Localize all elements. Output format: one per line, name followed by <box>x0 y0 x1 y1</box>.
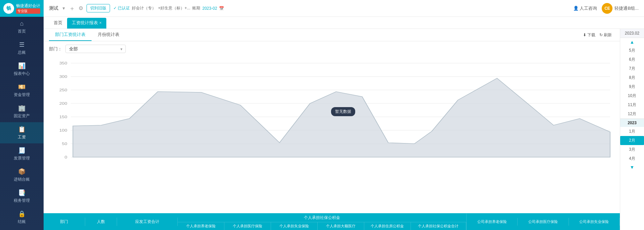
topbar-status: ✓ 已认证 好会计（专） +好生意（标）+... 账期 2023-02 📅 <box>113 5 224 11</box>
period-label: 账期 <box>192 5 200 11</box>
sidebar-item-reports[interactable]: 📊 报表中心 <box>0 59 44 80</box>
calendar-icon[interactable]: 📅 <box>219 6 224 11</box>
date-month-3-2023[interactable]: 3月 <box>620 145 644 154</box>
payroll-icon: 📋 <box>18 126 25 133</box>
topbar: 测试 ▼ ＋ ⚙ 切到旧版 ✓ 已认证 好会计（专） +好生意（标）+... 账… <box>44 0 644 17</box>
th-total-salary: 应发工资合计 <box>117 218 178 226</box>
download-icon: ⬇ <box>583 33 586 37</box>
assistant-link[interactable]: 👤 人工咨询 <box>573 5 597 11</box>
th-personal-major-medical: 个人承担大额医疗 <box>318 222 364 230</box>
sidebar-item-assets[interactable]: 🏢 固定资产 <box>0 101 44 122</box>
sidebar-item-payroll[interactable]: 📋 工资 <box>0 122 44 143</box>
sidebar-label-sales: 进销台账 <box>14 177 30 182</box>
date-month-4-2023[interactable]: 4月 <box>620 154 644 163</box>
tab-home-label: 首页 <box>54 20 62 26</box>
th-group-cols: 个人承担养老保险 个人承担医疗保险 个人承担失业保险 个人承担大额医疗 个人承担 <box>178 222 466 230</box>
sidebar-label-invoice: 发票管理 <box>14 155 30 161</box>
content-area: 部门工资统计表 月份统计表 ⬇ 下载 ↻ 刷新 <box>44 29 644 230</box>
date-panel-up-btn[interactable]: ▲ <box>620 38 644 46</box>
user-avatar: CE <box>602 3 612 14</box>
svg-text:300: 300 <box>59 75 67 79</box>
assets-icon: 🏢 <box>18 104 25 112</box>
date-panel-down-btn[interactable]: ▼ <box>620 163 644 171</box>
date-month-2-2023[interactable]: 2月 <box>620 136 644 145</box>
sidebar: 畅 畅捷通好会计 专业版 ⌂ 首页 ☰ 总账 📊 报表中心 💴 资金管理 🏢 固… <box>0 0 44 230</box>
sub-tab-dept-label: 部门工资统计表 <box>55 32 86 37</box>
svg-text:50: 50 <box>62 142 67 146</box>
sidebar-item-tax[interactable]: 📑 税务管理 <box>0 186 44 207</box>
tab-home[interactable]: 首页 <box>49 18 67 29</box>
chart-svg-wrap: 350 300 250 200 150 100 50 0 暂无 <box>49 60 614 167</box>
tab-payroll-report[interactable]: 工资统计报表 × <box>67 18 106 29</box>
sidebar-logo: 畅 畅捷通好会计 专业版 <box>0 0 44 17</box>
sidebar-item-archive[interactable]: 🗂 归档管理 <box>0 228 44 230</box>
period-value: 2023-02 <box>202 6 217 11</box>
svg-text:0: 0 <box>65 155 67 159</box>
logo-name: 畅捷通好会计 <box>16 3 40 9</box>
svg-text:150: 150 <box>59 115 67 119</box>
topbar-title: 测试 <box>49 5 58 11</box>
svg-text:200: 200 <box>59 101 67 106</box>
sidebar-label-home: 首页 <box>18 29 26 34</box>
date-month-11[interactable]: 11月 <box>620 100 644 109</box>
th-dept: 部门 <box>44 218 85 226</box>
topbar-gear-button[interactable]: ⚙ <box>78 5 83 11</box>
th-personal-pension: 个人承担养老保险 <box>178 222 224 230</box>
sidebar-item-funds[interactable]: 💴 资金管理 <box>0 80 44 101</box>
download-btn[interactable]: ⬇ 下载 <box>583 32 595 38</box>
sidebar-label-reports: 报表中心 <box>14 71 30 77</box>
topbar-add-button[interactable]: ＋ <box>69 4 75 12</box>
dept-filter-select[interactable]: 全部 销售部 财务部 技术部 人事部 <box>65 45 126 53</box>
refresh-btn[interactable]: ↻ 刷新 <box>599 32 612 38</box>
chart-svg: 350 300 250 200 150 100 50 0 <box>49 60 614 160</box>
date-month-8[interactable]: 8月 <box>620 73 644 82</box>
date-month-10[interactable]: 10月 <box>620 91 644 100</box>
sidebar-label-payroll: 工资 <box>18 134 26 140</box>
sidebar-item-home[interactable]: ⌂ 首页 <box>0 17 44 38</box>
refresh-icon: ↻ <box>599 33 603 37</box>
sidebar-item-sales[interactable]: 📦 进销台账 <box>0 165 44 186</box>
th-group-title: 个人承担社保公积金 <box>178 214 466 222</box>
account-extra: +好生意（标）+... <box>158 5 190 11</box>
date-panel-2023-label: 2023 <box>620 119 644 127</box>
home-icon: ⌂ <box>20 20 24 27</box>
date-month-9[interactable]: 9月 <box>620 82 644 91</box>
date-month-6[interactable]: 6月 <box>620 55 644 64</box>
logo-icon: 畅 <box>3 3 14 14</box>
switch-to-old-btn[interactable]: 切到旧版 <box>87 4 110 12</box>
chart-area: 350 300 250 200 150 100 50 0 暂无 <box>44 56 620 213</box>
th-personal-medical: 个人承担医疗保险 <box>224 222 271 230</box>
date-month-5[interactable]: 5月 <box>620 46 644 55</box>
th-headcount: 人数 <box>85 218 117 226</box>
sidebar-item-invoice[interactable]: 🧾 发票管理 <box>0 143 44 165</box>
closing-icon: 🔒 <box>18 210 25 218</box>
th-group-personal: 个人承担社保公积金 个人承担养老保险 个人承担医疗保险 个人承担失业保险 个人承… <box>178 214 467 230</box>
topbar-right: 👤 人工咨询 CE 轻捷通B组... <box>573 3 639 14</box>
date-month-12[interactable]: 12月 <box>620 109 644 119</box>
topbar-dropdown-arrow[interactable]: ▼ <box>62 6 66 11</box>
svg-text:250: 250 <box>59 88 67 92</box>
logo-badge: 专业版 <box>16 8 40 14</box>
filter-row: 部门： 全部 销售部 财务部 技术部 人事部 <box>44 41 620 56</box>
date-month-1-2023[interactable]: 1月 <box>620 127 644 136</box>
account-type: 好会计（专） <box>132 5 156 11</box>
sub-tab-monthly[interactable]: 月份统计表 <box>92 29 125 41</box>
svg-text:350: 350 <box>59 61 67 65</box>
th-personal-unemployment: 个人承担失业保险 <box>271 222 318 230</box>
tab-close-icon[interactable]: × <box>99 20 102 25</box>
sidebar-item-closing[interactable]: 🔒 结账 <box>0 207 44 228</box>
reports-icon: 📊 <box>18 62 25 70</box>
date-month-7[interactable]: 7月 <box>620 64 644 73</box>
tabs-row: 首页 工资统计报表 × <box>44 17 644 29</box>
main-area: 测试 ▼ ＋ ⚙ 切到旧版 ✓ 已认证 好会计（专） +好生意（标）+... 账… <box>44 0 644 230</box>
date-panel: 2023.02 ▲ 5月 6月 7月 8月 9月 10月 11月 12月 202… <box>620 29 644 230</box>
date-panel-year-header: 2023.02 <box>620 29 644 38</box>
th-company-unemployment: 公司承担失业保险 <box>569 218 620 226</box>
sub-tab-dept[interactable]: 部门工资统计表 <box>49 29 92 41</box>
th-personal-housing: 个人承担住房公积金 <box>364 222 411 230</box>
invoice-icon: 🧾 <box>18 147 25 154</box>
dept-filter-wrap: 全部 销售部 财务部 技术部 人事部 <box>65 45 126 53</box>
svg-text:100: 100 <box>59 128 67 133</box>
ledger-icon: ☰ <box>19 41 24 48</box>
sidebar-item-ledger[interactable]: ☰ 总账 <box>0 38 44 59</box>
